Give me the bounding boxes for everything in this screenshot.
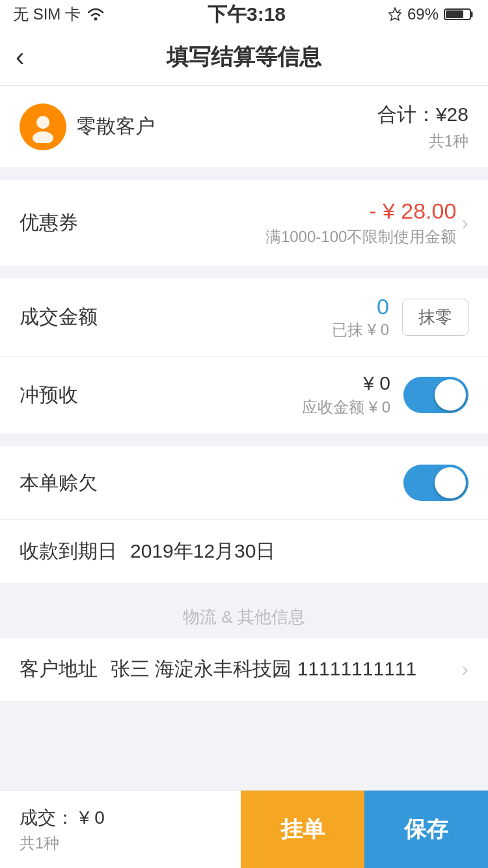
address-value: 张三 海淀永丰科技园 11111111111 [111,656,416,683]
bottom-deal-value: ¥ 0 [79,807,105,828]
address-chevron-icon: › [461,657,468,681]
deal-amount-sub: 已抹 ¥ 0 [332,319,389,340]
debt-toggle-knob [435,467,466,498]
address-row[interactable]: 客户地址 张三 海淀永丰科技园 11111111111 › [0,638,488,701]
coupon-row[interactable]: 优惠券 - ¥ 28.00 满1000-100不限制使用金额 › [0,180,488,265]
debt-row: 本单赊欠 [0,446,488,520]
due-date-row: 收款到期日 2019年12月30日 [0,520,488,583]
prepay-sub: 应收金额 ¥ 0 [302,397,390,418]
prepay-label: 冲预收 [20,382,78,409]
svg-point-3 [36,116,49,129]
toggle-knob [435,379,466,411]
bottom-bar: 成交： ¥ 0 共1种 挂单 保存 [0,790,488,868]
status-bar: 无 SIM 卡 下午3:18 69% [0,0,488,29]
battery-icon [444,7,475,22]
coupon-section[interactable]: 优惠券 - ¥ 28.00 满1000-100不限制使用金额 › [0,180,488,265]
deal-section: 成交金额 0 已抹 ¥ 0 抹零 冲预收 ¥ 0 应收金额 ¥ 0 [0,278,488,433]
customer-row: 零散客户 合计：¥28 共1种 [0,86,488,167]
page-title: 填写结算等信息 [167,42,321,72]
customer-count: 共1种 [377,131,468,152]
nav-bar: ‹ 填写结算等信息 [0,29,488,86]
coupon-col: - ¥ 28.00 满1000-100不限制使用金额 [265,198,456,247]
save-button[interactable]: 保存 [364,791,488,869]
location-icon [388,7,402,21]
coupon-value: - ¥ 28.00 [265,198,456,224]
deal-amount-col: 0 已抹 ¥ 0 [332,294,389,340]
due-date-value: 2019年12月30日 [130,538,275,565]
svg-rect-2 [446,10,463,18]
status-left: 无 SIM 卡 [13,4,105,25]
back-button[interactable]: ‹ [16,42,24,72]
prepay-toggle[interactable] [403,377,468,413]
debt-toggle[interactable] [403,465,468,501]
deal-right: 0 已抹 ¥ 0 抹零 [332,294,468,340]
status-time: 下午3:18 [208,1,286,28]
prepay-right: ¥ 0 应收金额 ¥ 0 [302,372,468,418]
address-section: 客户地址 张三 海淀永丰科技园 11111111111 › [0,638,488,701]
prepay-amount-col: ¥ 0 应收金额 ¥ 0 [302,372,390,418]
battery-percent: 69% [407,5,439,23]
customer-right: 合计：¥28 共1种 [377,102,468,152]
svg-point-4 [33,131,53,143]
logistics-divider-text: 物流 & 其他信息 [183,606,305,629]
coupon-label: 优惠券 [20,210,78,236]
address-left: 客户地址 张三 海淀永丰科技园 11111111111 [20,656,456,683]
pending-button[interactable]: 挂单 [241,791,364,869]
round-zero-button[interactable]: 抹零 [402,299,468,336]
bottom-info: 成交： ¥ 0 共1种 [0,806,241,854]
deal-amount-value: 0 [377,294,389,319]
deal-amount-label: 成交金额 [20,304,98,331]
bottom-deal-label: 成交： [20,807,74,828]
bottom-count: 共1种 [20,833,221,854]
person-icon [27,111,59,143]
svg-point-0 [94,18,98,21]
prepay-row: 冲预收 ¥ 0 应收金额 ¥ 0 [0,357,488,433]
sim-label: 无 SIM 卡 [13,4,81,25]
coupon-sub: 满1000-100不限制使用金额 [265,226,456,247]
debt-label: 本单赊欠 [20,470,98,496]
deal-amount-row: 成交金额 0 已抹 ¥ 0 抹零 [0,278,488,357]
customer-total: 合计：¥28 [377,102,468,128]
debt-section: 本单赊欠 收款到期日 2019年12月30日 [0,446,488,583]
logistics-divider: 物流 & 其他信息 [0,596,488,638]
chevron-right-icon: › [461,211,468,235]
due-date-label: 收款到期日 [20,538,117,565]
customer-avatar [20,103,66,150]
customer-name: 零散客户 [77,113,155,140]
customer-section: 零散客户 合计：¥28 共1种 [0,86,488,167]
status-right: 69% [388,5,475,23]
address-label: 客户地址 [20,656,98,683]
bottom-deal: 成交： ¥ 0 [20,806,221,830]
prepay-amount: ¥ 0 [302,372,390,394]
customer-left: 零散客户 [20,103,155,150]
wifi-icon [86,7,105,21]
coupon-right: - ¥ 28.00 满1000-100不限制使用金额 › [265,198,468,247]
